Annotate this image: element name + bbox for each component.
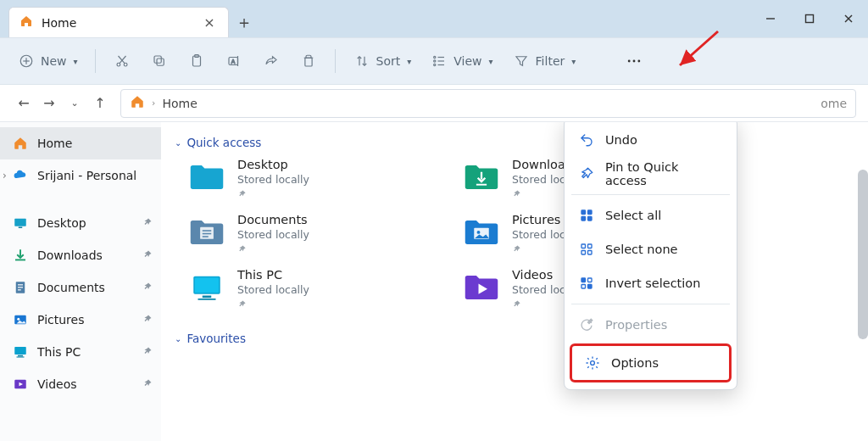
chevron-down-icon: ▾ — [571, 57, 576, 66]
quick-item-sub: Stored locally — [237, 173, 309, 186]
section-favourites[interactable]: ⌄ Favourites — [175, 332, 851, 345]
svg-line-9 — [120, 56, 126, 64]
rename-button[interactable]: A — [218, 46, 250, 76]
maximize-button[interactable] — [790, 0, 829, 37]
menu-item-properties: Properties — [566, 308, 735, 342]
delete-button[interactable] — [292, 46, 325, 76]
filter-button[interactable]: Filter ▾ — [505, 46, 583, 76]
onedrive-icon — [12, 167, 29, 184]
chevron-down-icon: ▾ — [407, 57, 411, 66]
recent-dropdown-button[interactable]: ⌄ — [63, 92, 86, 115]
menu-item-select-none[interactable]: Select none — [566, 232, 735, 266]
sidebar-item-onedrive[interactable]: Srijani - Personal — [0, 159, 161, 192]
minimize-button[interactable] — [751, 0, 790, 37]
sidebar-item-videos[interactable]: Videos — [0, 368, 161, 400]
options-icon — [584, 354, 601, 371]
breadcrumb-home[interactable]: Home — [162, 97, 197, 110]
paste-icon — [187, 52, 206, 70]
svg-rect-58 — [581, 251, 586, 255]
sidebar-item-downloads[interactable]: Downloads — [0, 239, 161, 271]
sort-label: Sort — [376, 54, 401, 68]
address-bar[interactable]: › Home ome — [120, 89, 856, 118]
svg-rect-44 — [203, 233, 212, 235]
pin-icon — [142, 282, 153, 294]
svg-rect-54 — [581, 217, 586, 221]
chevron-down-icon: ⌄ — [175, 138, 181, 148]
back-button[interactable]: ← — [12, 92, 36, 115]
sidebar-item-label: Desktop — [37, 216, 86, 230]
svg-point-7 — [117, 63, 120, 66]
more-button[interactable] — [618, 46, 650, 76]
svg-rect-1 — [806, 15, 814, 23]
section-quick-access[interactable]: ⌄ Quick access — [175, 136, 851, 149]
close-window-button[interactable] — [829, 0, 868, 37]
svg-rect-29 — [19, 227, 23, 229]
svg-rect-61 — [588, 278, 593, 282]
chevron-right-icon: › — [152, 98, 155, 109]
new-tab-button[interactable]: ＋ — [229, 7, 259, 37]
downloads-icon — [12, 247, 29, 264]
svg-rect-63 — [588, 285, 593, 289]
section-label: Favourites — [186, 332, 246, 345]
sidebar-item-thispc[interactable]: This PC — [0, 336, 161, 368]
svg-rect-28 — [14, 219, 26, 226]
trash-icon — [299, 52, 318, 70]
window-controls — [751, 0, 868, 37]
forward-button[interactable]: → — [37, 92, 61, 115]
share-button[interactable] — [255, 46, 287, 76]
menu-item-select-all[interactable]: Select all — [566, 198, 735, 232]
svg-rect-38 — [18, 355, 23, 357]
svg-point-21 — [434, 64, 436, 65]
menu-item-label: Invert selection — [605, 276, 700, 290]
up-button[interactable]: ↑ — [88, 92, 112, 115]
scrollbar-thumb[interactable] — [858, 170, 868, 339]
sidebar-item-pictures[interactable]: Pictures — [0, 304, 161, 336]
main-panel: ⌄ Quick access Desktop Stored locally Do… — [161, 122, 868, 441]
section-label: Quick access — [186, 136, 261, 149]
address-truncated-text: ome — [821, 97, 847, 110]
sort-button[interactable]: Sort ▾ — [346, 46, 419, 76]
menu-separator — [571, 194, 730, 195]
videos-icon — [12, 376, 29, 393]
quick-item-desktop[interactable]: Desktop Stored locally — [186, 158, 441, 201]
cut-button[interactable] — [106, 46, 138, 76]
downloads-folder-icon — [461, 158, 502, 195]
tab-home[interactable]: Home × — [8, 7, 229, 37]
copy-button[interactable] — [143, 46, 175, 76]
desktop-icon — [12, 215, 29, 232]
chevron-down-icon: ▾ — [489, 57, 493, 66]
plus-circle-icon — [17, 52, 36, 70]
menu-item-pin[interactable]: Pin to Quick access — [566, 157, 735, 191]
cut-icon — [113, 52, 131, 70]
quick-item-documents[interactable]: Documents Stored locally — [186, 213, 441, 256]
view-icon — [430, 52, 448, 70]
sidebar-item-label: This PC — [37, 345, 81, 359]
view-button[interactable]: View ▾ — [423, 46, 499, 76]
new-button[interactable]: New ▾ — [10, 46, 85, 76]
svg-point-8 — [124, 63, 127, 66]
pin-icon — [578, 165, 595, 182]
sidebar-item-desktop[interactable]: Desktop — [0, 207, 161, 239]
svg-point-36 — [17, 318, 19, 321]
svg-point-47 — [477, 231, 481, 234]
quick-item-thispc[interactable]: This PC Stored locally — [186, 268, 441, 311]
close-tab-icon[interactable]: × — [201, 16, 218, 30]
pin-icon — [237, 299, 309, 311]
menu-item-options[interactable]: Options — [572, 346, 729, 380]
menu-item-undo[interactable]: Undo — [566, 123, 735, 157]
sort-icon — [353, 52, 371, 70]
paste-button[interactable] — [181, 46, 213, 76]
menu-item-label: Select all — [605, 209, 661, 222]
toolbar-divider — [335, 49, 336, 73]
filter-label: Filter — [536, 54, 565, 68]
home-icon — [12, 135, 29, 152]
share-icon — [262, 52, 281, 70]
svg-rect-49 — [195, 278, 219, 293]
sidebar-item-home[interactable]: Home — [0, 127, 161, 159]
menu-item-invert[interactable]: Invert selection — [566, 266, 735, 300]
svg-rect-33 — [18, 287, 23, 287]
sidebar-item-documents[interactable]: Documents — [0, 271, 161, 304]
toolbar: New ▾ A Sort ▾ View ▾ Filter ▾ — [0, 37, 868, 85]
title-bar: Home × ＋ — [0, 0, 868, 37]
svg-point-19 — [434, 56, 436, 58]
